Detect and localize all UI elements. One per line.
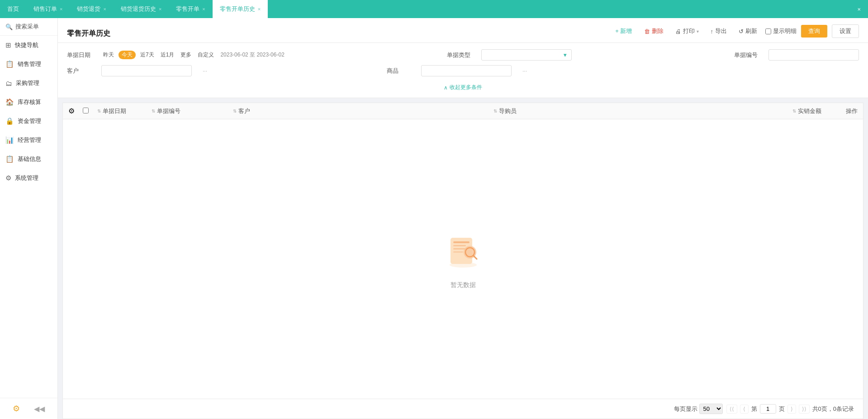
purchase-mgmt-icon: 🗂	[5, 80, 12, 87]
close-retail-open-history[interactable]: ×	[258, 6, 261, 12]
date-options: 昨天 今天 近7天 近1月 更多 自定义 2023-06-02 至 2023-0…	[101, 51, 285, 59]
sort-customer-icon[interactable]: ⇅	[233, 108, 237, 113]
quick-nav-icon: ⊞	[5, 41, 11, 49]
tab-retail-open-history[interactable]: 零售开单历史 ×	[213, 0, 268, 18]
doc-type-select[interactable]: ▾	[481, 49, 572, 61]
svg-line-8	[474, 256, 477, 259]
sidebar-item-inventory[interactable]: 🏠 库存核算	[0, 93, 57, 112]
close-retail-open[interactable]: ×	[202, 6, 205, 12]
prev-page-btn[interactable]: ⟨	[740, 405, 749, 414]
col-num-header: ⇅ 单据编号	[152, 107, 233, 115]
page-nav: ⟨⟨ ⟨ 第 页 ⟩ ⟩⟩ 共0页，0条记录	[726, 404, 854, 414]
filter-row-2: 客户 ··· 商品 ···	[67, 65, 859, 76]
col-guide-header: ⇅ 导购员	[493, 107, 561, 115]
sidebar-item-base-info[interactable]: 📋 基础信息	[0, 150, 57, 169]
nav-tabs: 首页 销售订单 × 销货退货 × 销货退货历史 × 零售开单 × 零售开单历史 …	[0, 0, 850, 18]
table-header: ⚙ ⇅ 单据日期 ⇅ 单据编号 ⇅ 客户 ⇅	[63, 103, 863, 119]
tab-sales-order[interactable]: 销售订单 ×	[26, 0, 70, 18]
sidebar-item-finance[interactable]: 🔒 资金管理	[0, 112, 57, 131]
date-range-text: 2023-06-02 至 2023-06-02	[220, 51, 284, 59]
sort-amount-icon[interactable]: ⇅	[792, 108, 796, 113]
print-button[interactable]: 🖨 打印 ▾	[672, 25, 702, 37]
sidebar-item-sys-mgmt[interactable]: ⚙ 系统管理	[0, 169, 57, 188]
sidebar-item-purchase-mgmt[interactable]: 🗂 采购管理	[0, 74, 57, 93]
date-opt-custom[interactable]: 自定义	[196, 51, 216, 59]
doc-num-input[interactable]	[768, 49, 859, 61]
search-icon: 🔍	[5, 24, 13, 30]
table-area: ⚙ ⇅ 单据日期 ⇅ 单据编号 ⇅ 客户 ⇅	[62, 103, 863, 419]
date-opt-yesterday[interactable]: 昨天	[101, 51, 116, 59]
content-area: 零售开单历史 + 新增 🗑 删除 🖨 打印 ▾ ↑ 导出	[58, 18, 868, 419]
sidebar-item-operation[interactable]: 📊 经营管理	[0, 131, 57, 150]
query-button[interactable]: 查询	[801, 25, 827, 38]
date-opt-today[interactable]: 今天	[119, 51, 136, 59]
empty-illustration	[441, 229, 486, 274]
tab-sales-return-history[interactable]: 销货退货历史 ×	[114, 0, 169, 18]
sidebar: 🔍 搜索采单 ⊞ 快捷导航 📋 销售管理 🗂 采购管理 🏠 库存核算 🔒 资金管…	[0, 18, 58, 419]
refresh-icon: ↺	[739, 28, 744, 35]
date-opt-1month[interactable]: 近1月	[159, 51, 176, 59]
tab-sales-return[interactable]: 销货退货 ×	[70, 0, 113, 18]
display-detail-checkbox[interactable]	[765, 28, 771, 34]
operation-icon: 📊	[5, 136, 14, 144]
display-detail-checkbox-label[interactable]: 显示明细	[765, 27, 797, 35]
doc-type-label: 单据类型	[447, 51, 472, 59]
print-dropdown-icon: ▾	[697, 29, 699, 34]
col-check-header[interactable]	[83, 107, 97, 115]
goods-label: 商品	[387, 67, 412, 75]
last-page-btn[interactable]: ⟩⟩	[799, 405, 810, 414]
close-sales-return[interactable]: ×	[103, 6, 106, 12]
top-nav: 首页 销售订单 × 销货退货 × 销货退货历史 × 零售开单 × 零售开单历史 …	[0, 0, 868, 18]
toolbar: + 新增 🗑 删除 🖨 打印 ▾ ↑ 导出 ↺ 刷新	[612, 24, 859, 42]
empty-text: 暂无数据	[451, 281, 476, 289]
select-all-checkbox[interactable]	[83, 108, 89, 113]
col-amount-header: ⇅ 实销金额	[561, 107, 822, 115]
collapse-sidebar-icon[interactable]: ◀◀	[34, 405, 45, 413]
sort-guide-icon[interactable]: ⇅	[493, 108, 497, 113]
date-opt-more[interactable]: 更多	[179, 51, 193, 59]
tab-home[interactable]: 首页	[0, 0, 26, 18]
customer-input[interactable]	[101, 65, 192, 76]
date-label: 单据日期	[67, 51, 92, 59]
delete-button[interactable]: 🗑 删除	[640, 25, 667, 37]
tab-retail-open[interactable]: 零售开单 ×	[169, 0, 212, 18]
sidebar-search[interactable]: 🔍 搜索采单	[0, 18, 57, 36]
goods-dots: ···	[522, 68, 527, 74]
sort-num-icon[interactable]: ⇅	[152, 108, 155, 113]
export-icon: ↑	[711, 28, 714, 35]
delete-icon: 🗑	[644, 28, 650, 35]
finance-icon: 🔒	[5, 117, 14, 125]
settings-gear-icon[interactable]: ⚙	[13, 404, 20, 414]
date-opt-7days[interactable]: 近7天	[138, 51, 156, 59]
pagination: 每页显示 50 100 200 ⟨⟨ ⟨ 第 页 ⟩ ⟩⟩ 共0页，0条记录	[63, 399, 863, 419]
svg-rect-2	[453, 241, 470, 243]
total-text: 共0页，0条记录	[812, 405, 854, 413]
sales-mgmt-icon: 📋	[5, 60, 14, 68]
next-page-btn[interactable]: ⟩	[787, 405, 796, 414]
export-button[interactable]: ↑ 导出	[707, 25, 731, 37]
add-button[interactable]: + 新增	[612, 25, 636, 37]
sidebar-item-sales-mgmt[interactable]: 📋 销售管理	[0, 55, 57, 74]
close-window-btn[interactable]: ×	[857, 6, 861, 13]
page-header: 零售开单历史 + 新增 🗑 删除 🖨 打印 ▾ ↑ 导出	[58, 18, 868, 43]
setting-button[interactable]: 设置	[832, 24, 859, 38]
sys-mgmt-icon: ⚙	[5, 174, 11, 182]
close-sales-return-history[interactable]: ×	[159, 6, 161, 12]
sort-date-icon[interactable]: ⇅	[97, 108, 101, 113]
main-layout: 🔍 搜索采单 ⊞ 快捷导航 📋 销售管理 🗂 采购管理 🏠 库存核算 🔒 资金管…	[0, 18, 868, 419]
per-page-select: 每页显示 50 100 200	[674, 404, 723, 414]
page-title: 零售开单历史	[67, 29, 110, 38]
close-sales-order[interactable]: ×	[60, 6, 62, 12]
gear-icon[interactable]: ⚙	[68, 107, 75, 115]
top-nav-right: ×	[850, 6, 868, 13]
col-customer-header: ⇅ 客户	[233, 107, 493, 115]
col-gear-header[interactable]: ⚙	[68, 107, 83, 115]
collapse-bar[interactable]: ∧ 收起更多条件	[67, 81, 859, 91]
first-page-btn[interactable]: ⟨⟨	[726, 405, 737, 414]
goods-input[interactable]	[421, 65, 512, 76]
page-num-input[interactable]	[760, 404, 776, 414]
base-info-icon: 📋	[5, 155, 14, 163]
refresh-button[interactable]: ↺ 刷新	[735, 25, 761, 37]
per-page-dropdown[interactable]: 50 100 200	[699, 404, 723, 414]
sidebar-item-quick-nav[interactable]: ⊞ 快捷导航	[0, 36, 57, 55]
